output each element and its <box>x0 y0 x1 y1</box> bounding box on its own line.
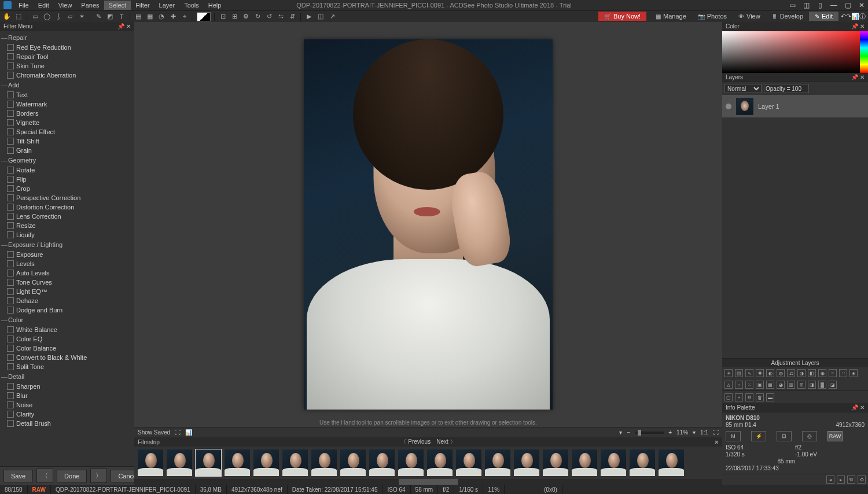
filter-item[interactable]: Levels <box>0 259 134 268</box>
menu-tools[interactable]: Tools <box>179 1 204 10</box>
marquee-ellipse-icon[interactable]: ◯ <box>42 12 52 21</box>
filter-category[interactable]: Exposure / Lighting <box>0 239 134 250</box>
filter-item[interactable]: Flip <box>0 175 134 184</box>
window-layout-1-icon[interactable]: ▭ <box>788 1 796 9</box>
text-tool-icon[interactable]: T <box>117 12 126 21</box>
filter-item[interactable]: Blur <box>0 391 134 400</box>
adj-levels-icon[interactable]: ▤ <box>735 369 743 377</box>
menu-help[interactable]: Help <box>204 1 226 10</box>
filter-item[interactable]: Chromatic Aberration <box>0 71 134 80</box>
mode-manage[interactable]: ▦Manage <box>650 12 692 21</box>
rotate-cw-icon[interactable]: ↻ <box>253 12 262 21</box>
layer-row[interactable]: Layer 1 <box>722 95 868 118</box>
adj-grain-icon[interactable]: ∷ <box>839 369 847 377</box>
adj-threshold-icon[interactable]: ◨ <box>808 381 816 389</box>
adj-clarity-icon[interactable]: ◈ <box>849 369 858 377</box>
filter-item[interactable]: Vignette <box>0 118 134 127</box>
marquee-rect-icon[interactable]: ▭ <box>31 12 40 21</box>
adj-photo-icon[interactable]: ▣ <box>756 381 764 389</box>
filmstrip-prev[interactable]: 〈 Previous <box>400 438 431 446</box>
menu-view[interactable]: View <box>54 1 77 10</box>
info-prev-icon[interactable]: ◂ <box>826 475 834 484</box>
filmstrip-thumb[interactable] <box>167 449 192 476</box>
zoom-dropdown-icon[interactable]: ▾ <box>693 429 696 436</box>
filter-item[interactable]: Skin Tune <box>0 61 134 71</box>
adj-dehaze-icon[interactable]: ≈ <box>829 369 837 377</box>
pin-icon[interactable]: 📌 <box>851 74 858 80</box>
filter-item[interactable]: Special Effect <box>0 127 134 137</box>
filter-item[interactable]: Resize <box>0 221 134 230</box>
info-copy-icon[interactable]: ⧉ <box>847 475 855 484</box>
filmstrip-thumb[interactable] <box>601 449 626 476</box>
adj-gradient-icon[interactable]: ▦ <box>766 381 774 389</box>
pin-icon[interactable]: 📌 <box>851 23 858 30</box>
filmstrip-thumb[interactable] <box>630 449 655 476</box>
fullscreen-icon[interactable]: ⛶ <box>713 429 719 436</box>
compare-icon[interactable]: ◫ <box>316 12 325 21</box>
minimize-icon[interactable]: — <box>830 1 838 9</box>
filmstrip[interactable] <box>134 447 722 479</box>
filmstrip-next[interactable]: Next 〉 <box>436 438 455 446</box>
close-panel-icon[interactable]: ✕ <box>860 404 865 411</box>
filmstrip-thumb[interactable] <box>340 449 366 476</box>
rotate-ccw-icon[interactable]: ↺ <box>264 12 274 21</box>
mode-photos[interactable]: 📷Photos <box>692 12 733 21</box>
hand-tool-icon[interactable]: ✋ <box>2 12 12 21</box>
dropdown-icon[interactable]: ▾ <box>619 429 622 436</box>
flip-h-icon[interactable]: ⇋ <box>276 12 285 21</box>
close-panel-icon[interactable]: ✕ <box>860 74 865 80</box>
buy-now-button[interactable]: 🛒Buy Now! <box>598 12 646 21</box>
filter-category[interactable]: Detail <box>0 371 134 382</box>
filter-item[interactable]: Tone Curves <box>0 278 134 287</box>
pin-icon[interactable]: 📌 <box>117 23 124 30</box>
filmstrip-thumb[interactable] <box>456 449 481 476</box>
mode-develop[interactable]: 🎚Develop <box>766 12 809 21</box>
window-layout-3-icon[interactable]: ▯ <box>816 1 824 9</box>
menu-select[interactable]: Select <box>104 1 131 10</box>
select-tool-icon[interactable]: ⬚ <box>14 12 23 21</box>
pin-icon[interactable]: 📌 <box>851 404 858 411</box>
adj-channel-icon[interactable]: ⊞ <box>797 381 806 389</box>
filter-item[interactable]: Watermark <box>0 99 134 109</box>
filter-item[interactable]: Text <box>0 90 134 99</box>
adj-curves-icon[interactable]: ∿ <box>745 369 753 377</box>
filmstrip-thumb[interactable] <box>253 449 279 476</box>
zoom-fit-icon[interactable]: ⊡ <box>218 12 227 21</box>
filter-item[interactable]: Borders <box>0 109 134 118</box>
done-button[interactable]: Done <box>57 470 87 482</box>
zoom-slider[interactable] <box>635 432 664 434</box>
delete-layer-icon[interactable]: 🗑 <box>756 393 764 401</box>
zoom-actual-icon[interactable]: ⊞ <box>230 12 239 21</box>
opacity-input[interactable] <box>764 84 809 93</box>
gradient-icon[interactable]: ▤ <box>134 12 143 21</box>
filter-item[interactable]: Repair Tool <box>0 52 134 61</box>
duplicate-layer-icon[interactable]: ⧉ <box>745 393 753 401</box>
filter-category[interactable]: Geometry <box>0 155 134 165</box>
undo-icon[interactable]: ↶ <box>841 13 846 20</box>
new-layer-icon[interactable]: ▢ <box>724 393 733 401</box>
mode-view[interactable]: 👁View <box>733 12 766 21</box>
filter-item[interactable]: Sharpen <box>0 382 134 391</box>
adj-light-icon[interactable]: ✺ <box>756 369 764 377</box>
filter-category[interactable]: Repair <box>0 32 134 43</box>
adj-noise-icon[interactable]: ⁙ <box>745 381 753 389</box>
histogram-toggle-icon[interactable]: 📊 <box>185 429 192 436</box>
canvas[interactable]: Use the Hand tool to pan scrollable imag… <box>134 22 722 427</box>
gear-icon[interactable]: ⚙ <box>241 12 251 21</box>
filmstrip-thumb[interactable] <box>311 449 337 476</box>
adj-wb-icon[interactable]: ◐ <box>766 369 774 377</box>
filter-item[interactable]: Split Tone <box>0 362 134 371</box>
filmstrip-thumb[interactable] <box>398 449 424 476</box>
zoom-in-icon[interactable]: + <box>668 429 672 436</box>
histogram-icon[interactable]: 📊 <box>851 13 859 20</box>
filter-item[interactable]: Auto Levels <box>0 268 134 278</box>
filter-item[interactable]: Crop <box>0 184 134 193</box>
slideshow-icon[interactable]: ▶ <box>304 12 314 21</box>
heal-icon[interactable]: ✚ <box>168 12 178 21</box>
prev-image-button[interactable]: 〈 <box>36 469 53 483</box>
filter-item[interactable]: Dodge and Burn <box>0 305 134 315</box>
flatten-icon[interactable]: ▬ <box>766 393 774 401</box>
adj-invert-icon[interactable]: ◪ <box>829 381 837 389</box>
filter-item[interactable]: Perspective Correction <box>0 193 134 202</box>
filmstrip-thumb[interactable] <box>225 449 250 476</box>
